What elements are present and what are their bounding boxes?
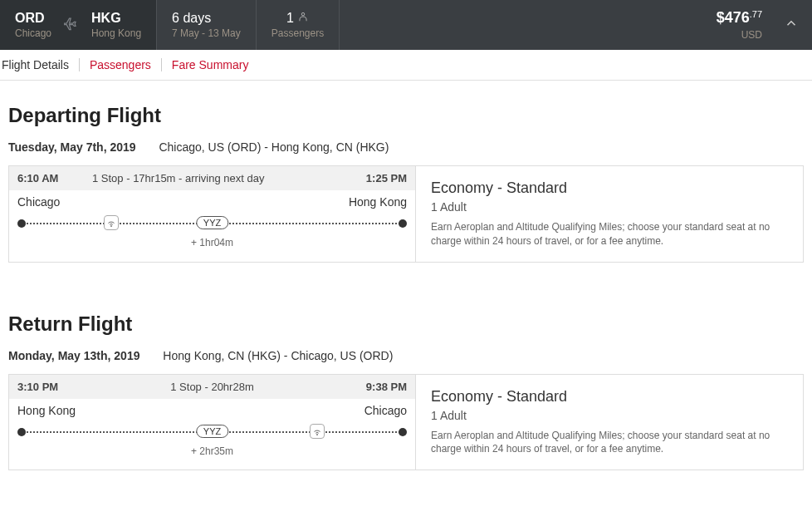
svg-point-2 [317,434,318,435]
price-whole: $476 [717,10,750,27]
flight-timeline: YYZ [17,425,407,439]
stops-info: 1 Stop - 20hr28m [92,381,332,393]
return-subhead: Monday, May 13th, 2019 Hong Kong, CN (HK… [8,349,804,362]
duration-days: 6 days [172,11,241,26]
route-block: ORD Chicago HKG Hong Kong [0,0,157,50]
passengers-block: 1 Passengers [257,0,340,50]
wifi-icon [310,424,325,439]
timeline-end-dot [399,219,407,228]
currency: USD [717,29,762,41]
dep-city: Hong Kong [17,404,76,417]
dep-time: 3:10 PM [17,381,92,393]
dep-city: Chicago [17,195,60,209]
fare-desc: Earn Aeroplan and Altitude Qualifying Mi… [431,220,788,248]
arr-time: 9:38 PM [332,381,407,393]
departing-subhead: Tuesday, May 7th, 2019 Chicago, US (ORD)… [8,140,804,154]
origin-city: Chicago [15,27,51,39]
fare-class: Economy - Standard [431,179,788,197]
pax-count: 1 [286,11,294,26]
collapse-toggle[interactable] [770,0,812,50]
layover-time: + 1hr04m [9,234,415,258]
departing-route: Chicago, US (ORD) - Hong Kong, CN (HKG) [159,140,389,154]
duration-block: 6 days 7 May - 13 May [157,0,257,50]
tab-passengers[interactable]: Passengers [80,58,162,71]
summary-header: ORD Chicago HKG Hong Kong 6 days 7 May -… [0,0,812,50]
tabs-row: Flight Details Passengers Fare Summary [0,50,812,81]
stop-badge: YYZ [196,425,228,438]
tab-fare-summary[interactable]: Fare Summary [162,58,259,71]
dep-time: 6:10 AM [17,172,92,184]
flight-timeline: YYZ [17,217,407,230]
fare-class: Economy - Standard [431,388,788,406]
fare-pax: 1 Adult [431,200,788,214]
fare-pax: 1 Adult [431,409,788,422]
dest-city: Hong Kong [91,27,141,39]
date-range: 7 May - 13 May [172,27,241,39]
stop-badge: YYZ [196,216,228,229]
pax-label: Passengers [271,27,324,39]
layover-time: + 2hr35m [9,442,415,467]
svg-point-1 [110,226,111,227]
fare-desc: Earn Aeroplan and Altitude Qualifying Mi… [431,429,788,457]
timeline-start-dot [17,428,26,436]
arr-time: 1:25 PM [332,172,407,184]
plane-icon [63,15,80,35]
stops-info: 1 Stop - 17hr15m - arriving next day [92,172,332,184]
chevron-up-icon [784,16,799,34]
return-date: Monday, May 13th, 2019 [8,349,139,362]
dest-code: HKG [91,11,141,26]
svg-point-0 [301,12,305,16]
return-card: 3:10 PM 1 Stop - 20hr28m 9:38 PM Hong Ko… [8,374,804,471]
tab-flight-details[interactable]: Flight Details [0,58,80,71]
departing-date: Tuesday, May 7th, 2019 [8,140,136,154]
return-title: Return Flight [8,312,804,336]
price-block: $476.77 USD [702,0,770,50]
timeline-end-dot [399,428,407,436]
departing-card: 6:10 AM 1 Stop - 17hr15m - arriving next… [8,165,804,263]
timeline-start-dot [17,219,26,228]
arr-city: Chicago [364,404,407,417]
departing-title: Departing Flight [8,104,804,127]
price-cents: .77 [750,9,762,19]
wifi-icon [104,215,119,230]
origin-code: ORD [15,11,51,26]
person-icon [297,11,309,26]
arr-city: Hong Kong [349,195,407,209]
return-route: Hong Kong, CN (HKG) - Chicago, US (ORD) [163,349,393,362]
